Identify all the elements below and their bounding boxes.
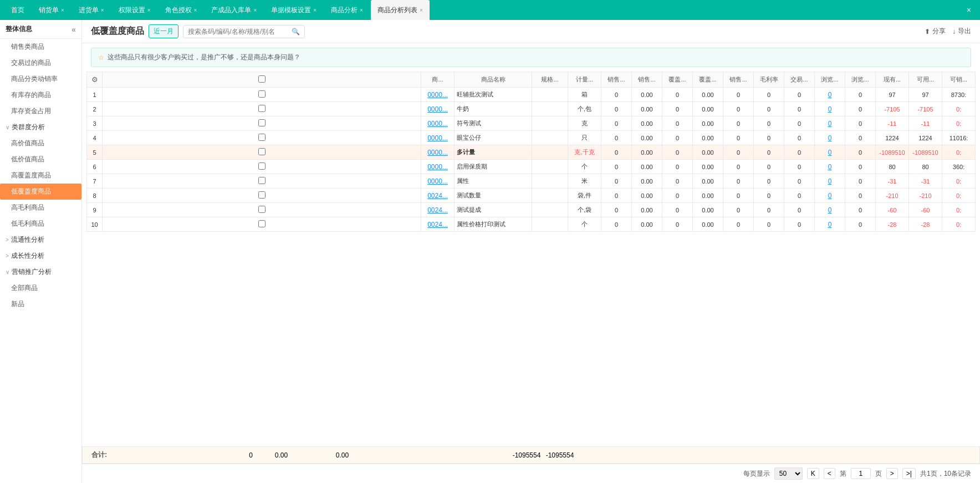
per-page-select[interactable]: 50 100 200 bbox=[774, 467, 803, 480]
nav-close-finished[interactable]: × bbox=[253, 7, 257, 13]
sidebar-section-circulation[interactable]: > 流通性分析 bbox=[0, 232, 81, 248]
code-link[interactable]: 0 bbox=[828, 221, 832, 228]
code-link[interactable]: 0 bbox=[828, 91, 832, 99]
main-close-button[interactable]: × bbox=[962, 3, 976, 17]
period-button[interactable]: 近一月 bbox=[149, 24, 178, 38]
nav-home[interactable]: 首页 bbox=[4, 2, 31, 18]
row-checkbox[interactable] bbox=[258, 148, 266, 155]
share-button[interactable]: ⬆ 分享 bbox=[925, 27, 946, 36]
th-sales1[interactable]: 销售... bbox=[601, 72, 632, 88]
code-link[interactable]: 0 bbox=[828, 206, 832, 214]
page-number-input[interactable] bbox=[851, 468, 871, 479]
sidebar-section-marketing[interactable]: ∨ 营销推广分析 bbox=[0, 264, 81, 280]
code-link[interactable]: 0000... bbox=[427, 177, 448, 185]
code-link[interactable]: 0 bbox=[828, 192, 832, 200]
row-checkbox[interactable] bbox=[258, 90, 266, 98]
row-checkbox[interactable] bbox=[258, 177, 266, 184]
sidebar-section-cluster[interactable]: ∨ 类群度分析 bbox=[0, 119, 81, 135]
next-page-button[interactable]: > bbox=[886, 468, 898, 479]
select-all-checkbox[interactable] bbox=[258, 75, 266, 83]
sidebar-item-all-goods[interactable]: 全部商品 bbox=[0, 280, 81, 296]
prev-page-button[interactable]: < bbox=[824, 468, 835, 479]
sidebar-item-new-goods[interactable]: 新品 bbox=[0, 296, 81, 312]
nav-item-roles[interactable]: 角色授权 × bbox=[159, 0, 204, 20]
sidebar-item-low-profit[interactable]: 低毛利商品 bbox=[0, 216, 81, 232]
sidebar-item-low-value[interactable]: 低价值商品 bbox=[0, 151, 81, 167]
th-cover1[interactable]: 覆盖... bbox=[662, 72, 693, 88]
th-sales2[interactable]: 销售... bbox=[632, 72, 662, 88]
code-link[interactable]: 0024... bbox=[427, 192, 448, 200]
nav-close-sales[interactable]: × bbox=[61, 7, 64, 13]
row-checkbox[interactable] bbox=[258, 206, 266, 213]
nav-close-analysis-list[interactable]: × bbox=[420, 7, 423, 13]
code-link[interactable]: 0000... bbox=[427, 105, 448, 113]
code-link[interactable]: 0 bbox=[828, 177, 832, 185]
th-name[interactable]: 商品名称 bbox=[455, 72, 532, 88]
nav-item-template[interactable]: 单据模板设置 × bbox=[264, 0, 323, 20]
row-checkbox[interactable] bbox=[258, 191, 266, 199]
sidebar-collapse-button[interactable]: « bbox=[72, 25, 76, 34]
gear-icon[interactable]: ⚙ bbox=[91, 75, 98, 84]
table-container[interactable]: ⚙ 商... 商品名称 规格... 计量... 销售... 销售... 覆盖..… bbox=[82, 72, 980, 446]
th-browse2[interactable]: 浏览... bbox=[845, 72, 876, 88]
code-link[interactable]: 0000... bbox=[427, 149, 448, 156]
sidebar-item-high-profit[interactable]: 高毛利商品 bbox=[0, 200, 81, 216]
code-link[interactable]: 0024... bbox=[427, 221, 448, 228]
table-cell: 0: bbox=[942, 203, 976, 217]
sidebar-section-growth[interactable]: > 成长性分析 bbox=[0, 248, 81, 264]
nav-close-purchase[interactable]: × bbox=[101, 7, 104, 13]
th-checkbox[interactable] bbox=[103, 72, 421, 88]
th-settings[interactable]: ⚙ bbox=[87, 72, 103, 88]
code-link[interactable]: 0000... bbox=[427, 134, 448, 142]
sidebar-item-stock-capital[interactable]: 库存资金占用 bbox=[0, 103, 81, 119]
sidebar-item-in-stock[interactable]: 有库存的商品 bbox=[0, 87, 81, 103]
nav-item-sales[interactable]: 销货单 × bbox=[32, 0, 71, 20]
search-input[interactable] bbox=[188, 28, 289, 35]
nav-close-analysis[interactable]: × bbox=[360, 7, 363, 13]
nav-close-roles[interactable]: × bbox=[194, 7, 197, 13]
row-checkbox[interactable] bbox=[258, 220, 266, 227]
code-link[interactable]: 0000... bbox=[427, 163, 448, 171]
nav-item-analysis-list[interactable]: 商品分析列表 × bbox=[371, 0, 430, 20]
code-link[interactable]: 0 bbox=[828, 163, 832, 171]
nav-close-template[interactable]: × bbox=[313, 7, 317, 13]
code-link[interactable]: 0024... bbox=[427, 206, 448, 214]
th-code[interactable]: 商... bbox=[421, 72, 455, 88]
row-checkbox[interactable] bbox=[258, 134, 266, 141]
export-button[interactable]: ↓ 导出 bbox=[952, 27, 971, 36]
nav-close-permissions[interactable]: × bbox=[147, 7, 151, 13]
row-checkbox[interactable] bbox=[258, 119, 266, 126]
code-link[interactable]: 0 bbox=[828, 105, 832, 113]
sidebar-item-category-turnover[interactable]: 商品分类动销率 bbox=[0, 71, 81, 87]
nav-item-analysis[interactable]: 商品分析 × bbox=[324, 0, 370, 20]
code-link[interactable]: 0000... bbox=[427, 120, 448, 128]
code-link[interactable]: 0000... bbox=[427, 91, 448, 99]
th-cover2[interactable]: 覆盖... bbox=[693, 72, 723, 88]
circulation-arrow-icon: > bbox=[6, 237, 9, 243]
th-sales3[interactable]: 销售... bbox=[723, 72, 754, 88]
th-current[interactable]: 现有... bbox=[876, 72, 909, 88]
th-browse1[interactable]: 浏览... bbox=[815, 72, 845, 88]
code-link[interactable]: 0 bbox=[828, 120, 832, 128]
search-icon[interactable]: 🔍 bbox=[292, 28, 300, 35]
code-link[interactable]: 0 bbox=[828, 149, 832, 156]
nav-item-permissions[interactable]: 权限设置 × bbox=[112, 0, 157, 20]
th-sellable[interactable]: 可销... bbox=[942, 72, 976, 88]
first-page-button[interactable]: K bbox=[807, 468, 819, 479]
sidebar-item-high-value[interactable]: 高价值商品 bbox=[0, 135, 81, 151]
nav-item-purchase[interactable]: 进货单 × bbox=[72, 0, 111, 20]
sidebar-item-traded-goods[interactable]: 交易过的商品 bbox=[0, 55, 81, 71]
sidebar-item-high-coverage[interactable]: 高覆盖度商品 bbox=[0, 167, 81, 184]
row-checkbox[interactable] bbox=[258, 162, 266, 170]
th-trade[interactable]: 交易... bbox=[784, 72, 815, 88]
row-checkbox[interactable] bbox=[258, 105, 266, 112]
th-gross-margin[interactable]: 毛利率 bbox=[754, 72, 784, 88]
sidebar-item-low-coverage[interactable]: 低覆盖度商品 bbox=[0, 184, 81, 200]
th-unit[interactable]: 计量... bbox=[568, 72, 601, 88]
th-spec[interactable]: 规格... bbox=[532, 72, 568, 88]
nav-item-finished[interactable]: 产成品入库单 × bbox=[205, 0, 263, 20]
th-available[interactable]: 可用... bbox=[909, 72, 942, 88]
sidebar-item-sales-goods[interactable]: 销售类商品 bbox=[0, 39, 81, 55]
last-page-button[interactable]: >| bbox=[902, 468, 916, 479]
code-link[interactable]: 0 bbox=[828, 134, 832, 142]
